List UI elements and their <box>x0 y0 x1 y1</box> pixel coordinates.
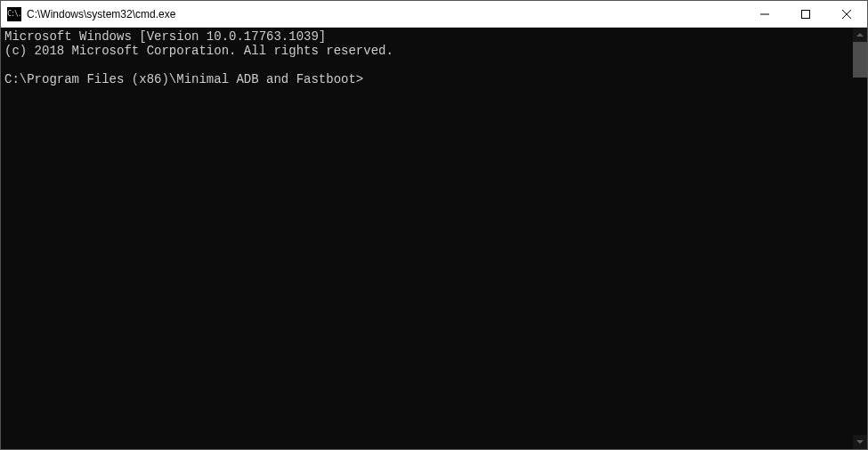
copyright-line: (c) 2018 Microsoft Corporation. All righ… <box>4 44 393 58</box>
chevron-up-icon <box>856 33 864 37</box>
cmd-window: C:\. C:\Windows\system32\cmd.exe Microso… <box>0 0 868 450</box>
scrollbar-up-button[interactable] <box>853 28 867 42</box>
version-line: Microsoft Windows [Version 10.0.17763.10… <box>4 29 326 44</box>
window-title: C:\Windows\system32\cmd.exe <box>27 8 744 20</box>
svg-rect-1 <box>802 10 810 18</box>
scrollbar-down-button[interactable] <box>853 435 867 449</box>
vertical-scrollbar[interactable] <box>853 28 867 449</box>
cmd-icon-glyph: C:\. <box>7 11 20 18</box>
titlebar[interactable]: C:\. C:\Windows\system32\cmd.exe <box>1 1 867 28</box>
maximize-icon <box>801 10 810 19</box>
prompt-line: C:\Program Files (x86)\Minimal ADB and F… <box>4 72 363 86</box>
chevron-down-icon <box>856 440 864 444</box>
window-controls <box>744 1 867 27</box>
maximize-button[interactable] <box>785 1 826 27</box>
terminal-output[interactable]: Microsoft Windows [Version 10.0.17763.10… <box>1 28 853 449</box>
scrollbar-thumb[interactable] <box>853 42 867 78</box>
close-icon <box>842 10 851 19</box>
minimize-icon <box>760 10 769 19</box>
close-button[interactable] <box>826 1 867 27</box>
cmd-icon: C:\. <box>7 7 21 21</box>
minimize-button[interactable] <box>744 1 785 27</box>
terminal-area: Microsoft Windows [Version 10.0.17763.10… <box>1 28 867 449</box>
